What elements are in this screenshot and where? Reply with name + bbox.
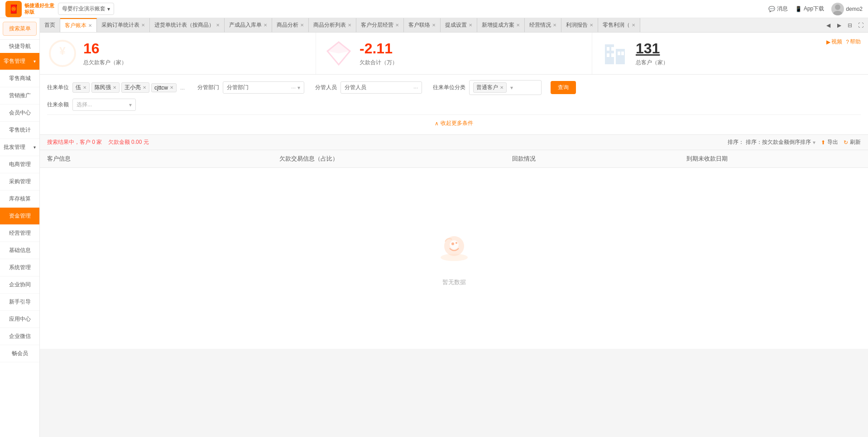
filter-balance-select[interactable]: 选择... ▾: [72, 99, 136, 111]
sidebar: 搜索菜单 快捷导航 零售管理 ▾ 零售商城 营销推广 会员中心 零售统计 批发管…: [0, 18, 40, 437]
tab-purchase-order-stats[interactable]: 采购订单统计表 ✕: [97, 18, 150, 33]
help-icon: ?: [846, 39, 849, 45]
empty-text: 暂无数据: [442, 278, 466, 286]
chevron-down-icon: ▾: [129, 102, 132, 108]
result-actions: 排序： 排序：按欠款金额倒序排序 ▾ ⬆ 导出 ↻ 刷新: [728, 138, 861, 146]
filter-dept-select[interactable]: 分管部门 ··· ▾: [223, 81, 304, 94]
sidebar-item-inventory[interactable]: 库存核算: [0, 190, 39, 208]
sidebar-item-enterprise-collab[interactable]: 企业协同: [0, 276, 39, 294]
remove-tag-unit-2[interactable]: ✕: [143, 85, 146, 90]
tab-collapse-button[interactable]: ⊟: [845, 21, 854, 30]
tab-close-customer-segment[interactable]: ✕: [395, 23, 399, 28]
sort-select[interactable]: 排序： 排序：按欠款金额倒序排序 ▾: [728, 138, 815, 146]
filter-unit-category-select[interactable]: 普通客户 ✕ ▾: [469, 80, 542, 95]
tab-scroll-left-button[interactable]: ◀: [824, 21, 833, 30]
refresh-button[interactable]: ↻ 刷新: [844, 138, 861, 146]
quick-nav-button[interactable]: 快捷导航: [0, 40, 39, 53]
tab-close-retail-profit[interactable]: ✕: [632, 23, 635, 28]
sidebar-item-wholesale-mgmt[interactable]: 批发管理 ▾: [0, 139, 39, 156]
sidebar-item-vip-member[interactable]: 畅会员: [0, 345, 39, 362]
remove-tag-category-0[interactable]: ✕: [500, 85, 504, 90]
tab-profit-report[interactable]: 利润报告 ✕: [561, 18, 598, 33]
tab-product-instock[interactable]: 产成品入库单 ✕: [225, 18, 272, 33]
tab-operations[interactable]: 经营情况 ✕: [525, 18, 561, 33]
sidebar-item-operations-mgmt[interactable]: 经营管理: [0, 225, 39, 242]
sidebar-item-purchase-mgmt[interactable]: 采购管理: [0, 173, 39, 190]
filter-more-tags[interactable]: ...: [178, 84, 187, 92]
remove-tag-unit-3[interactable]: ✕: [170, 85, 173, 90]
tab-close-boost-settings[interactable]: ✕: [469, 23, 472, 28]
sidebar-item-marketing[interactable]: 营销推广: [0, 87, 39, 104]
stat-label-total-customers: 总客户（家）: [636, 59, 859, 66]
tab-fullscreen-button[interactable]: ⛶: [856, 21, 865, 30]
tab-close-purchase-stats[interactable]: ✕: [216, 23, 220, 28]
svg-rect-12: [618, 52, 620, 55]
tab-close-new-boost-plan[interactable]: ✕: [516, 23, 520, 28]
main-layout: 搜索菜单 快捷导航 零售管理 ▾ 零售商城 营销推广 会员中心 零售统计 批发管…: [0, 18, 868, 437]
table-header-debt-info: 欠款交易信息（占比）: [279, 155, 512, 163]
table-header-repayment: 回款情况: [512, 155, 686, 163]
chevron-down-icon: ▾: [34, 59, 36, 64]
sidebar-item-new-guide[interactable]: 新手引导: [0, 294, 39, 311]
messages-button[interactable]: 💬 消息: [768, 5, 788, 13]
app-download-button[interactable]: 📱 App下载: [795, 5, 824, 13]
user-avatar-button[interactable]: demo2: [831, 3, 863, 15]
tab-customer-contact[interactable]: 客户联络 ✕: [404, 18, 441, 33]
stat-value-debt-customers: 16: [83, 40, 307, 57]
tab-close-product-instock[interactable]: ✕: [264, 23, 267, 28]
svg-rect-11: [611, 53, 614, 57]
help-link[interactable]: ? 帮助: [846, 38, 861, 46]
stat-value-debt-amount: -2.11: [360, 40, 583, 57]
svg-point-1: [833, 11, 842, 15]
svg-point-17: [451, 242, 454, 245]
filter-person-select[interactable]: 分管人员 ···: [340, 81, 422, 94]
svg-text:¥: ¥: [59, 45, 66, 57]
collapse-button[interactable]: ∧ 收起更多条件: [47, 118, 861, 129]
tab-new-boost-plan[interactable]: 新增提成方案 ✕: [477, 18, 525, 33]
tab-close-customer-contact[interactable]: ✕: [432, 23, 436, 28]
workspace-selector[interactable]: 母婴行业演示账套 ▾: [58, 3, 114, 15]
sidebar-item-system-mgmt[interactable]: 系统管理: [0, 259, 39, 276]
avatar: [831, 3, 844, 15]
stat-label-debt-customers: 总欠款客户（家）: [83, 59, 307, 66]
tab-customer-segment[interactable]: 客户分层经营 ✕: [356, 18, 404, 33]
sidebar-item-app-center[interactable]: 应用中心: [0, 311, 39, 328]
tab-product-analysis-list[interactable]: 商品分析列表 ✕: [309, 18, 356, 33]
sidebar-item-enterprise-wechat[interactable]: 企业微信: [0, 328, 39, 345]
sidebar-item-member-center[interactable]: 会员中心: [0, 104, 39, 122]
tab-close-profit-report[interactable]: ✕: [590, 23, 593, 28]
table-header-customer-info: 客户信息: [47, 155, 279, 163]
page-content: ¥ 16 总欠款客户（家）: [40, 33, 868, 437]
sidebar-item-retail-mgmt[interactable]: 零售管理 ▾: [0, 53, 39, 70]
remove-tag-unit-0[interactable]: ✕: [83, 85, 86, 90]
tab-customer-balance[interactable]: 客户账本 ✕: [60, 18, 97, 33]
tab-close-product-analysis[interactable]: ✕: [300, 23, 304, 28]
search-menu-button[interactable]: 搜索菜单: [3, 22, 37, 36]
remove-tag-unit-1[interactable]: ✕: [113, 85, 116, 90]
export-button[interactable]: ⬆ 导出: [821, 138, 838, 146]
stat-card-debt-amount: -2.11 欠款合计（万）: [316, 33, 592, 74]
sidebar-item-ecommerce[interactable]: 电商管理: [0, 156, 39, 173]
tab-close-operations[interactable]: ✕: [553, 23, 556, 28]
coin-icon: ¥: [49, 40, 76, 67]
tab-retail-profit[interactable]: 零售利润（ ✕: [598, 18, 640, 33]
filter-tag-unit-2: 王小亮 ✕: [121, 82, 149, 93]
tab-close-purchase-order-stats[interactable]: ✕: [141, 23, 145, 28]
tab-scroll-right-button[interactable]: ▶: [834, 21, 844, 30]
tab-home[interactable]: 首页: [40, 18, 60, 33]
video-link[interactable]: ▶ 视频: [826, 38, 842, 46]
sidebar-item-basic-info[interactable]: 基础信息: [0, 242, 39, 259]
sidebar-item-retail-mall[interactable]: 零售商城: [0, 70, 39, 87]
sidebar-item-retail-stats[interactable]: 零售统计: [0, 122, 39, 139]
filter-row-1: 往来单位 伍 ✕ 陈民强 ✕ 王小亮 ✕: [47, 80, 861, 95]
filter-category-tags: 普通客户 ✕: [473, 82, 507, 93]
tab-purchase-stats-by-product[interactable]: 进货单统计表（按商品） ✕: [150, 18, 225, 33]
filter-person-label: 分管人员: [315, 84, 337, 91]
tab-close-product-analysis-list[interactable]: ✕: [348, 23, 351, 28]
chevron-down-icon: ▾: [510, 85, 513, 91]
query-button[interactable]: 查询: [551, 81, 576, 94]
sidebar-item-finance[interactable]: 资金管理: [0, 208, 39, 225]
tab-close-customer-balance[interactable]: ✕: [88, 23, 92, 28]
tab-boost-settings[interactable]: 提成设置 ✕: [441, 18, 477, 33]
tab-product-analysis[interactable]: 商品分析 ✕: [272, 18, 309, 33]
